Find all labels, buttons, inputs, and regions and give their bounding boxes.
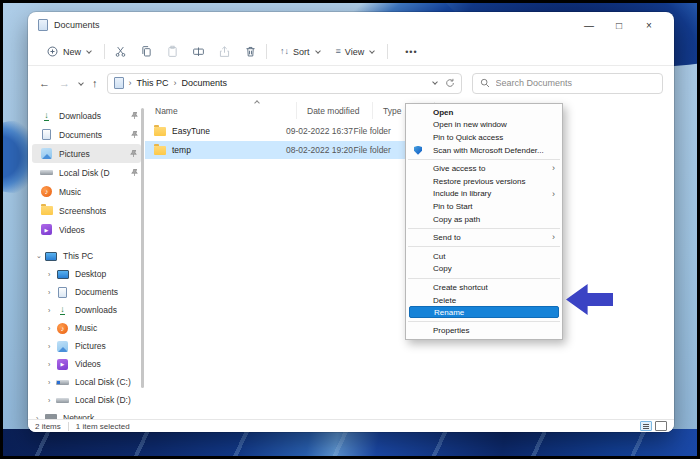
maximize-button[interactable]: □ (604, 14, 634, 36)
toolbar-divider (387, 44, 388, 59)
address-dropdown-icon[interactable] (432, 79, 438, 85)
new-button-label: New (63, 47, 81, 57)
search-input[interactable] (496, 78, 656, 88)
minimize-button[interactable]: — (574, 14, 604, 36)
tree-expanded-icon[interactable]: ⌄ (36, 252, 44, 260)
documents-icon (56, 286, 69, 299)
music-icon: ♪ (56, 322, 69, 335)
copy-icon[interactable] (140, 45, 153, 58)
column-header-name[interactable]: Name (145, 102, 297, 119)
rename-icon[interactable] (192, 45, 205, 58)
tree-item-desktop[interactable]: › Desktop (28, 265, 145, 283)
up-button[interactable]: ↑ (92, 77, 98, 89)
close-button[interactable]: × (634, 14, 664, 36)
defender-shield-icon (414, 146, 422, 155)
sidebar-item-downloads[interactable]: ↓ Downloads (28, 106, 145, 125)
desktop-wallpaper: Documents — □ × New (3, 3, 697, 456)
tree-collapsed-icon[interactable]: › (48, 271, 56, 278)
folder-icon (153, 144, 166, 157)
menu-item-send-to[interactable]: Send to› (406, 231, 562, 244)
sidebar-item-music[interactable]: ♪ Music (28, 182, 145, 201)
back-button[interactable]: ← (39, 77, 50, 89)
sidebar-item-local-disk[interactable]: Local Disk (D (28, 163, 145, 182)
sidebar-item-documents[interactable]: Documents (28, 125, 145, 144)
sidebar-item-pictures[interactable]: Pictures (32, 144, 141, 163)
menu-item-properties[interactable]: Properties (406, 324, 562, 337)
tree-item-network[interactable]: › Network (28, 409, 145, 419)
menu-separator (408, 228, 560, 229)
menu-item-scan-defender[interactable]: Scan with Microsoft Defender... (406, 144, 562, 157)
tree-collapsed-icon[interactable]: › (48, 379, 56, 386)
desktop-icon (56, 268, 69, 281)
menu-item-pin-to-start[interactable]: Pin to Start (406, 200, 562, 213)
selection-count: 1 item selected (76, 422, 130, 431)
menu-separator (408, 321, 560, 322)
sort-button[interactable]: ↑↓ Sort (276, 44, 324, 60)
status-divider (68, 422, 69, 431)
breadcrumb-documents[interactable]: Documents (182, 78, 228, 88)
tree-collapsed-icon[interactable]: › (48, 307, 56, 314)
share-icon[interactable] (218, 45, 231, 58)
tree-collapsed-icon[interactable]: › (48, 289, 56, 296)
refresh-icon[interactable] (445, 78, 455, 88)
tree-item-local-disk-c[interactable]: › Local Disk (C:) (28, 373, 145, 391)
toolbar-divider (104, 44, 105, 59)
menu-item-restore-versions[interactable]: Restore previous versions (406, 175, 562, 188)
history-chevron-icon[interactable] (78, 80, 84, 86)
tree-item-documents[interactable]: › Documents (28, 283, 145, 301)
tree-item-pictures[interactable]: › Pictures (28, 337, 145, 355)
tree-item-local-disk-d[interactable]: › Local Disk (D:) (28, 391, 145, 409)
menu-item-pin-quick-access[interactable]: Pin to Quick access (406, 131, 562, 144)
more-options-button[interactable]: ••• (405, 47, 417, 57)
menu-item-copy-as-path[interactable]: Copy as path (406, 213, 562, 226)
menu-item-delete[interactable]: Delete (406, 294, 562, 307)
breadcrumb[interactable]: › This PC › Documents (107, 73, 462, 94)
tree-item-this-pc[interactable]: ⌄ This PC (28, 247, 145, 265)
large-icons-view-button[interactable] (655, 421, 667, 431)
sidebar-item-screenshots[interactable]: Screenshots (28, 201, 145, 220)
view-lines-icon: ≡ (336, 47, 341, 56)
context-menu: Open Open in new window Pin to Quick acc… (405, 103, 563, 340)
menu-item-open-new-window[interactable]: Open in new window (406, 119, 562, 132)
sort-arrows-icon: ↑↓ (280, 47, 289, 56)
file-row-temp[interactable]: temp 08-02-2022 19:20 File folder (145, 141, 407, 159)
tree-collapsed-icon[interactable]: › (48, 361, 56, 368)
sidebar-scrollbar[interactable] (141, 108, 144, 388)
document-icon (114, 77, 124, 89)
navigation-pane: ↓ Downloads Documents Pictures (28, 100, 145, 419)
tree-collapsed-icon[interactable]: › (48, 343, 56, 350)
column-header-date-modified[interactable]: Date modified (297, 102, 373, 119)
title-bar[interactable]: Documents — □ × (28, 12, 674, 38)
menu-item-copy[interactable]: Copy (406, 263, 562, 276)
file-row-easytune[interactable]: EasyTune 09-02-2022 16:37 File folder (145, 122, 407, 140)
cut-icon[interactable] (114, 45, 127, 58)
details-view-button[interactable] (640, 421, 652, 431)
breadcrumb-this-pc[interactable]: This PC (137, 78, 169, 88)
tree-item-downloads[interactable]: › ↓ Downloads (28, 301, 145, 319)
paste-icon[interactable] (166, 45, 179, 58)
delete-icon[interactable] (244, 45, 257, 58)
menu-item-cut[interactable]: Cut (406, 250, 562, 263)
search-box[interactable] (472, 73, 664, 94)
pin-icon (130, 150, 137, 157)
sort-button-label: Sort (293, 47, 310, 57)
menu-item-rename[interactable]: Rename (409, 306, 559, 318)
menu-item-create-shortcut[interactable]: Create shortcut (406, 281, 562, 294)
new-button[interactable]: New (42, 42, 95, 61)
chevron-down-icon (86, 48, 92, 54)
menu-item-open[interactable]: Open (406, 106, 562, 119)
view-button[interactable]: ≡ View (332, 44, 379, 60)
tree-collapsed-icon[interactable]: › (48, 325, 56, 332)
breadcrumb-separator: › (129, 78, 132, 88)
document-icon (38, 19, 48, 31)
folder-icon (40, 204, 53, 217)
menu-item-give-access[interactable]: Give access to› (406, 162, 562, 175)
submenu-arrow-icon: › (552, 189, 555, 199)
menu-item-include-library[interactable]: Include in library› (406, 188, 562, 201)
address-row: ← → ↑ › This PC › Documents (28, 66, 674, 100)
tree-item-music[interactable]: › ♪ Music (28, 319, 145, 337)
tree-item-videos[interactable]: › ▶ Videos (28, 355, 145, 373)
sidebar-item-videos[interactable]: ▶ Videos (28, 220, 145, 239)
forward-button[interactable]: → (59, 77, 70, 89)
tree-collapsed-icon[interactable]: › (48, 397, 56, 404)
